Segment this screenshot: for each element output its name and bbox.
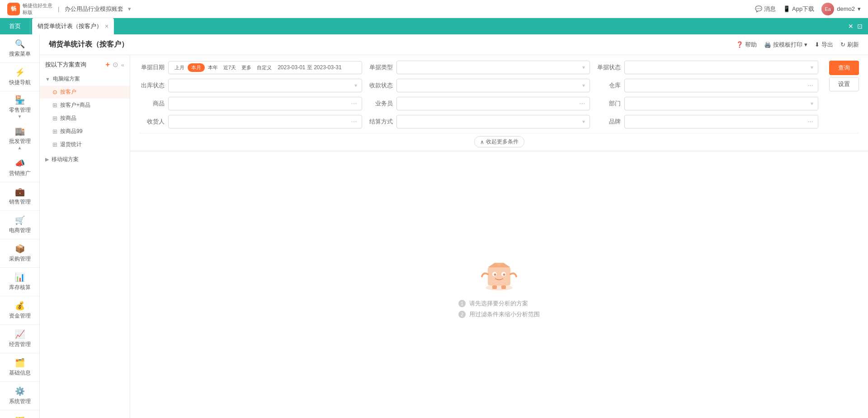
tabbar: 首页 销货单统计表（按客户） × ✕ ⊡ xyxy=(0,18,868,34)
empty-tips: 1 请先选择要分析的方案 2 用过滤条件来缩小分析范围 xyxy=(458,299,540,318)
edit-scheme-icon[interactable]: ⊙ xyxy=(113,61,118,69)
sidebar-item-inventory[interactable]: 📊 库存核算 xyxy=(0,268,39,296)
scheme-group-desktop-header[interactable]: ▼ 电脑端方案 xyxy=(40,72,130,86)
sidebar-item-basic[interactable]: 🗂️ 基础信息 xyxy=(0,353,39,382)
collapse-button[interactable]: ∧ 收起更多条件 xyxy=(474,136,524,147)
user-menu[interactable]: Ea demo2 ▾ xyxy=(821,3,861,15)
sidebar-item-sales[interactable]: 💼 销售管理 xyxy=(0,182,39,211)
tab-home[interactable]: 首页 xyxy=(0,18,30,34)
scheme-group-mobile: ▶ 移动端方案 xyxy=(40,153,130,166)
collapse-scheme-icon[interactable]: « xyxy=(121,62,124,68)
date-btn-7days[interactable]: 近7天 xyxy=(221,63,238,72)
recipient-input[interactable]: ··· xyxy=(168,115,362,128)
sidebar-item-quicknav[interactable]: ⚡ 快捷导航 xyxy=(0,63,39,91)
return-stats-label: 退货统计 xyxy=(60,141,82,148)
filter-payment-status-cell: 收款状态 ▾ xyxy=(368,79,590,92)
content-area: 销货单统计表（按客户） ❓ 帮助 🖨️ 按模板打印 ▾ ⬇ 导出 ↻ 刷新 xyxy=(40,34,868,418)
settings-button[interactable]: 设置 xyxy=(829,77,859,91)
add-scheme-icon[interactable]: + xyxy=(105,61,109,69)
query-button[interactable]: 查询 xyxy=(829,61,859,75)
print-button[interactable]: 🖨️ 按模板打印 ▾ xyxy=(764,41,807,49)
export-button[interactable]: ⬇ 导出 xyxy=(815,41,833,49)
quicknav-icon: ⚡ xyxy=(15,67,25,77)
date-btn-more[interactable]: 更多 xyxy=(239,63,254,72)
sidebar-item-wholesale[interactable]: 🏬 批发管理 ▲ xyxy=(0,123,39,154)
out-status-label: 出库状态 xyxy=(139,81,165,90)
department-select[interactable]: ▾ xyxy=(624,97,818,110)
order-status-select[interactable]: ▾ xyxy=(624,61,818,74)
by-product-icon: ⊞ xyxy=(52,115,57,122)
dropdown-arrow-icon[interactable]: ▾ xyxy=(128,5,131,12)
by-product99-label: 按商品99 xyxy=(60,128,82,135)
scheme-item-by-product[interactable]: ⊞ 按商品 xyxy=(40,112,130,125)
warehouse-label: 仓库 xyxy=(595,81,621,90)
sidebar-item-retail[interactable]: 🏪 零售管理 ▼ xyxy=(0,91,39,123)
scheme-item-by-customer[interactable]: ⊙ 按客户 xyxy=(40,86,130,99)
order-type-select[interactable]: ▾ xyxy=(396,61,590,74)
tab-active[interactable]: 销货单统计表（按客户） × xyxy=(32,18,114,34)
refresh-icon: ↻ xyxy=(840,41,845,48)
maximize-icon[interactable]: ⊡ xyxy=(857,23,863,30)
filter-salesperson-cell: 业务员 ··· xyxy=(368,97,590,110)
sidebar-item-system[interactable]: ⚙️ 系统管理 xyxy=(0,382,39,410)
topbar-left: 畅 畅捷信好生意 标版 | 办公用品行业模拟账套 ▾ xyxy=(7,2,131,15)
order-status-label: 单据状态 xyxy=(595,63,621,71)
return-stats-icon: ⊞ xyxy=(52,141,57,148)
help-button[interactable]: ❓ 帮助 xyxy=(736,41,757,49)
date-range-input[interactable]: 上月 本月 本年 近7天 更多 自定义 2023-03-01 至 2023-03… xyxy=(168,61,362,74)
ecommerce-icon: 🛒 xyxy=(15,215,25,225)
collapse-up-icon: ∧ xyxy=(480,139,484,145)
department-chevron-icon: ▾ xyxy=(811,100,813,107)
settlement-select[interactable]: ▾ xyxy=(396,115,590,128)
export-icon: ⬇ xyxy=(815,41,820,48)
minimize-icon[interactable]: ✕ xyxy=(848,23,854,30)
payment-status-select[interactable]: ▾ xyxy=(396,79,590,92)
salesperson-label: 业务员 xyxy=(368,100,393,108)
empty-tip-2: 2 用过滤条件来缩小分析范围 xyxy=(458,310,540,318)
topbar-right: 💬 消息 📱 App下载 Ea demo2 ▾ xyxy=(755,3,861,15)
sidebar-item-finance[interactable]: 💰 资金管理 xyxy=(0,296,39,325)
filter-out-status-cell: 出库状态 ▾ xyxy=(139,79,362,92)
retail-label: 零售管理 xyxy=(9,106,31,114)
order-status-chevron-icon: ▾ xyxy=(811,64,813,71)
refresh-button[interactable]: ↻ 刷新 xyxy=(840,41,859,49)
app-download-label: App下载 xyxy=(792,5,814,13)
sidebar-item-purchase[interactable]: 📦 采购管理 xyxy=(0,239,39,268)
help-label: 帮助 xyxy=(745,41,757,49)
sidebar-item-enterprise[interactable]: 🤝 企业协同 xyxy=(0,410,39,418)
scheme-item-by-customer-product[interactable]: ⊞ 按客户+商品 xyxy=(40,99,130,112)
scheme-group-mobile-header[interactable]: ▶ 移动端方案 xyxy=(40,153,130,166)
empty-illustration xyxy=(476,252,522,292)
brand-input[interactable]: ··· xyxy=(624,115,818,128)
sidebar-item-operations[interactable]: 📈 经营管理 xyxy=(0,325,39,353)
tip-text-1: 请先选择要分析的方案 xyxy=(469,299,528,308)
date-btn-custom[interactable]: 自定义 xyxy=(255,63,274,72)
tab-close-icon[interactable]: × xyxy=(105,23,108,30)
date-range-text: 2023-03-01 至 2023-03-31 xyxy=(278,64,341,71)
sales-label: 销售管理 xyxy=(9,198,31,206)
tabbar-actions: ✕ ⊡ xyxy=(848,23,868,30)
warehouse-input[interactable]: ··· xyxy=(624,79,818,92)
sidebar-item-search[interactable]: 🔍 搜索菜单 xyxy=(0,34,39,63)
scheme-item-return-stats[interactable]: ⊞ 退货统计 xyxy=(40,138,130,151)
date-btn-last-month[interactable]: 上月 xyxy=(172,63,187,72)
sidebar-item-ecommerce[interactable]: 🛒 电商管理 xyxy=(0,211,39,239)
product-input[interactable]: ··· xyxy=(168,97,362,110)
print-icon: 🖨️ xyxy=(764,41,771,48)
message-button[interactable]: 💬 消息 xyxy=(755,5,776,13)
wholesale-arrow-icon: ▲ xyxy=(18,145,22,150)
sales-icon: 💼 xyxy=(15,187,25,197)
app-download-button[interactable]: 📱 App下载 xyxy=(783,5,814,13)
collapse-bar: ∧ 收起更多条件 xyxy=(139,133,859,150)
print-label: 按模板打印 xyxy=(773,41,802,49)
filter-order-type-cell: 单据类型 ▾ xyxy=(368,61,590,74)
out-status-select[interactable]: ▾ xyxy=(168,79,362,92)
svg-point-0 xyxy=(486,285,513,290)
right-content: 单据日期 上月 本月 本年 近7天 更多 自定义 2023-03-01 至 20… xyxy=(130,55,868,418)
date-btn-this-month[interactable]: 本月 xyxy=(188,63,205,72)
scheme-item-by-product99[interactable]: ⊞ 按商品99 xyxy=(40,125,130,138)
svg-point-5 xyxy=(503,274,505,276)
salesperson-input[interactable]: ··· xyxy=(396,97,590,110)
date-btn-this-year[interactable]: 本年 xyxy=(206,63,220,72)
sidebar-item-marketing[interactable]: 📣 营销推广 xyxy=(0,154,39,182)
